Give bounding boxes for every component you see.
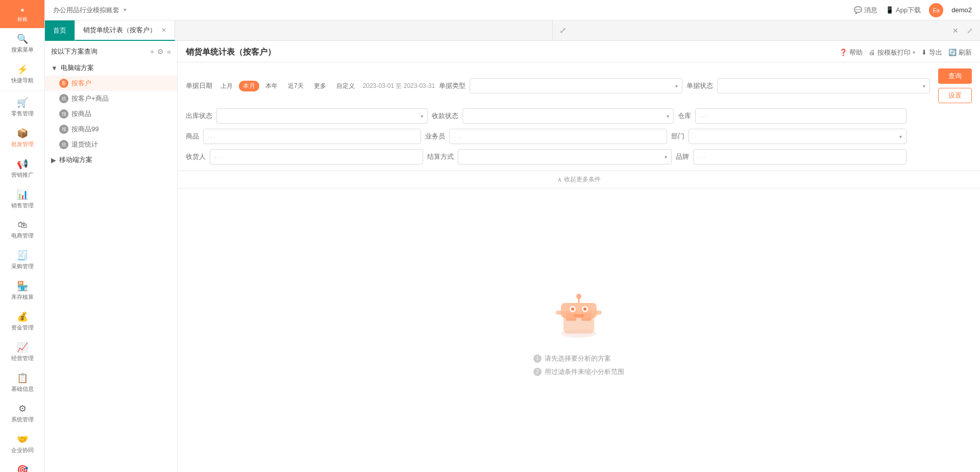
sidebar-item-wholesale[interactable]: 📦 批发管理: [0, 123, 44, 153]
print-expand-icon: ▾: [913, 50, 915, 55]
doc-type-select[interactable]: ▾: [470, 78, 682, 93]
sidebar-item-purchase[interactable]: 🧾 采购管理: [0, 245, 44, 275]
payment-method-chevron: ▾: [665, 154, 667, 160]
app-download-btn[interactable]: 📱 App下载: [886, 6, 921, 15]
sidebar-item-sales-mgmt[interactable]: 📊 销售管理: [0, 184, 44, 215]
collapse-row[interactable]: ∧ 收起更多条件: [178, 171, 980, 188]
svg-rect-14: [556, 311, 564, 315]
receive-status-chevron: ▾: [667, 113, 669, 119]
date-btn-more[interactable]: 更多: [310, 81, 330, 91]
page-title-actions: ❓ 帮助 🖨 按模板打印 ▾ ⬇ 导出 🔄 刷新: [839, 48, 972, 57]
industry-expand-icon[interactable]: ▾: [124, 7, 127, 13]
warehouse-select[interactable]: ···: [695, 108, 906, 124]
tree-group-desktop-header[interactable]: ▼ 电脑端方案: [45, 60, 177, 76]
out-status-chevron: ▾: [421, 113, 423, 119]
add-scheme-btn[interactable]: +: [150, 48, 154, 56]
date-btn-last-7[interactable]: 近7天: [284, 81, 308, 91]
tree-group-desktop: ▼ 电脑端方案 客 按客户 统 按客户+商品 报: [45, 60, 177, 152]
doc-status-label: 单据状态: [687, 81, 713, 90]
empty-illustration: [548, 282, 609, 344]
help-icon: ❓: [839, 49, 847, 56]
template-print-btn[interactable]: 🖨 按模板打印 ▾: [869, 48, 915, 57]
out-status-select[interactable]: ▾: [216, 108, 428, 124]
salesperson-label: 业务员: [425, 132, 445, 141]
action-btn-group: 查询 设置: [938, 68, 972, 103]
left-panel-header: 按以下方案查询 + ⚙ «: [45, 41, 177, 60]
tree-item-by-goods[interactable]: 报 按商品: [45, 106, 177, 122]
setting-btn[interactable]: 设置: [938, 88, 972, 103]
download-icon: 📱: [886, 6, 894, 14]
tree-item-return-stat[interactable]: 统 退货统计: [45, 137, 177, 152]
logo-area: 畅 标账: [0, 0, 44, 28]
tree-item-by-goods-99[interactable]: 报 按商品99: [45, 122, 177, 137]
help-btn[interactable]: ❓ 帮助: [839, 48, 863, 57]
doc-status-select[interactable]: ▾: [717, 78, 930, 93]
receive-status-select[interactable]: ▾: [462, 108, 674, 124]
query-btn[interactable]: 查询: [938, 68, 972, 84]
sidebar-item-quick-nav[interactable]: ⚡ 快捷导航: [0, 59, 44, 89]
filter-area: 单据日期 上月 本月 本年 近7天 更多 自定义 2023-03-01 至 20…: [178, 62, 980, 171]
tree-item-customer-goods[interactable]: 统 按客户+商品: [45, 91, 177, 106]
salesperson-select[interactable]: ···: [449, 129, 667, 144]
sidebar-item-system[interactable]: ⚙ 系统管理: [0, 398, 44, 429]
sidebar-item-ecommerce[interactable]: 🛍 电商管理: [0, 215, 44, 245]
tree-mobile-expand-icon: ▶: [51, 156, 56, 164]
consignee-select[interactable]: ···: [210, 149, 423, 164]
page-title-bar: 销货单统计表（按客户） ❓ 帮助 🖨 按模板打印 ▾ ⬇ 导出: [178, 41, 980, 62]
tree-item-customer-goods-icon: 统: [59, 94, 68, 103]
message-btn[interactable]: 💬 消息: [854, 6, 877, 15]
date-btn-this-month[interactable]: 本月: [239, 81, 259, 91]
collapse-panel-btn[interactable]: «: [167, 48, 171, 56]
app-download-label: App下载: [896, 6, 921, 15]
retail-icon: 🛒: [17, 97, 28, 108]
payment-method-select[interactable]: ▾: [458, 149, 671, 164]
tree-item-by-goods-99-label: 按商品99: [71, 125, 99, 134]
tree-group-desktop-label: 电脑端方案: [61, 63, 94, 73]
goods-dots: ···: [208, 133, 216, 140]
tab-expand-btn[interactable]: ⤢: [552, 20, 573, 41]
refresh-btn[interactable]: 🔄 刷新: [948, 48, 972, 57]
search-icon: 🔍: [17, 33, 28, 44]
tree-item-by-customer[interactable]: 客 按客户: [45, 76, 177, 91]
tree-item-by-customer-icon: 客: [59, 79, 68, 88]
tree-group-mobile-header[interactable]: ▶ 移动端方案: [45, 152, 177, 168]
win-maximize-btn[interactable]: ⤢: [964, 25, 976, 37]
export-btn[interactable]: ⬇ 导出: [921, 48, 942, 57]
sidebar-item-finance[interactable]: 💰 资金管理: [0, 306, 44, 337]
export-label: 导出: [929, 48, 942, 57]
date-btn-last-month[interactable]: 上月: [216, 81, 237, 91]
department-label: 部门: [671, 132, 684, 141]
doc-type-label: 单据类型: [439, 81, 465, 90]
brand-select[interactable]: ···: [693, 149, 906, 164]
tab-close-icon[interactable]: ✕: [161, 27, 166, 34]
tab-home[interactable]: 首页: [45, 20, 75, 41]
department-select[interactable]: ▾: [689, 129, 906, 144]
tab-sales-stat[interactable]: 销货单统计表（按客户） ✕: [75, 20, 175, 41]
consignee-dots: ···: [214, 153, 223, 161]
tree-group-mobile-label: 移动端方案: [59, 155, 92, 164]
refresh-icon: 🔄: [948, 49, 957, 56]
sidebar-item-retail[interactable]: 🛒 零售管理: [0, 92, 44, 123]
filter-row-1: 单据日期 上月 本月 本年 近7天 更多 自定义 2023-03-01 至 20…: [186, 68, 972, 103]
date-btn-custom[interactable]: 自定义: [332, 81, 359, 91]
sidebar-item-marketing[interactable]: 📢 营销推广: [0, 153, 44, 184]
sidebar-item-operation[interactable]: 📈 经营管理: [0, 337, 44, 367]
sidebar-item-enterprise[interactable]: 🤝 企业协同: [0, 429, 44, 459]
win-close-btn[interactable]: ✕: [949, 25, 962, 37]
main-container: 办公用品行业模拟账套 ▾ 💬 消息 📱 App下载 Ea demo2 首页 销货…: [45, 0, 980, 472]
left-panel: 按以下方案查询 + ⚙ « ▼ 电脑端方案 客: [45, 41, 178, 472]
finance-icon: 💰: [17, 311, 28, 322]
date-btn-this-year[interactable]: 本年: [261, 81, 282, 91]
svg-rect-11: [574, 314, 584, 317]
avatar[interactable]: Ea: [929, 3, 943, 17]
sidebar-item-inventory[interactable]: 🏪 库存核算: [0, 275, 44, 306]
goods-select[interactable]: ···: [203, 129, 421, 144]
svg-point-10: [583, 308, 586, 311]
sidebar-item-basic-info[interactable]: 📋 基础信息: [0, 367, 44, 398]
sidebar-item-newbie[interactable]: 🎯 新手引导: [0, 459, 44, 472]
left-panel-actions: + ⚙ «: [150, 48, 171, 56]
sidebar-item-search[interactable]: 🔍 搜索菜单: [0, 28, 44, 59]
scheme-settings-btn[interactable]: ⚙: [157, 48, 164, 56]
sidebar-item-ecommerce-label: 电商管理: [11, 232, 34, 240]
industry-label: 办公用品行业模拟账套: [53, 6, 119, 15]
